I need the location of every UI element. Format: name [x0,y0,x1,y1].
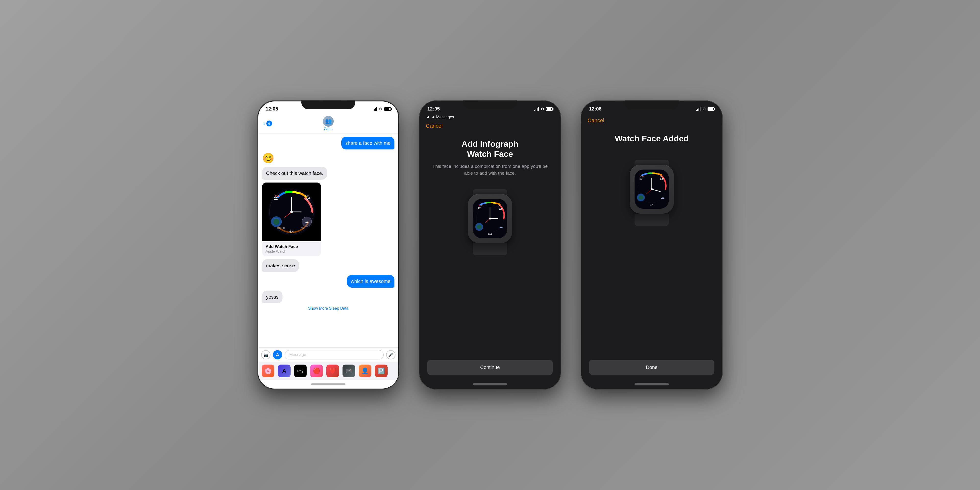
phone-1-screen: 12:05 ⊙ ‹ 9 [258,102,398,388]
status-time-1: 12:05 [266,106,278,112]
imessage-input[interactable]: iMessage [285,350,384,360]
dock-icon-appstore[interactable]: A [278,364,291,377]
home-bar-2 [473,383,507,385]
phone-3-frame: 12:06 ⊙ Cancel [581,100,723,390]
status-bar-2: 12:05 ⊙ [420,102,560,115]
status-time-3: 12:06 [589,106,601,112]
back-button-1[interactable]: ‹ 9 [263,120,272,127]
contact-name: Zac › [324,127,333,131]
svg-text:6.4: 6.4 [488,233,492,236]
add-watch-face-subtitle: This face includes a complication from o… [430,163,550,177]
svg-point-14 [290,211,293,213]
show-more-text[interactable]: Show More Sleep Data [262,306,395,311]
back-arrow-icon: ◄ [426,115,430,119]
app-dock: 🌸 A Pay 🔴 ❤️ 🎮 👤 🅿️ [258,362,398,380]
home-bar-3 [635,383,669,385]
watch-card-info: Add Watch Face Apple Watch [262,241,321,256]
contact-info[interactable]: 👥 Zac › [323,116,334,131]
svg-text:☁: ☁ [305,220,309,224]
svg-text:TUE: TUE [479,205,483,207]
watch-face-svg: ☁ TUE 22 64° 72° [267,188,316,236]
dock-icon-photos[interactable]: 🌸 [262,364,274,377]
home-indicator-1 [258,380,398,388]
dock-icon-applepay[interactable]: Pay [294,364,307,377]
input-bar: 📷 A iMessage 🎤 [258,347,398,362]
home-indicator-3 [582,380,722,388]
watch-face-added-title: Watch Face Added [615,134,689,143]
dock-icon-podcast[interactable]: 🔴 [310,364,323,377]
svg-text:☁: ☁ [660,195,665,200]
appstore-icon[interactable]: A [273,350,282,360]
continue-button[interactable]: Continue [427,360,553,375]
svg-text:22: 22 [478,207,481,210]
wifi-icon-1: ⊙ [379,107,382,111]
svg-text:19: 19 [640,177,643,180]
phone-1-frame: 12:05 ⊙ ‹ 9 [257,100,399,390]
dock-icon-user[interactable]: 👤 [359,364,371,377]
svg-text:72°: 72° [305,197,310,201]
phone-2-screen: 12:05 ⊙ ◄ ◄ Messages [420,102,560,388]
watch-body-3: ☁ FRI 19 61° 68° [630,165,674,214]
watch-band-bottom-2 [473,243,507,255]
svg-point-4 [274,219,279,225]
svg-text:UV↑: UV↑ [301,227,305,229]
watch-card-title: Add Watch Face [266,244,318,249]
dock-icon-heart[interactable]: ❤️ [326,364,339,377]
signal-icon-3 [696,107,700,111]
status-icons-3: ⊙ [696,107,714,111]
svg-point-23 [477,225,482,229]
emoji-1: 😊 [262,153,274,164]
message-received-3: yesss [262,291,283,303]
dark-content-3: Watch Face Added [582,126,722,355]
status-bar-1: 12:05 ⊙ [258,102,398,115]
dark-nav-3: Cancel [582,115,722,126]
watch-screen-2: ☁ TUE 22 64° 72° [473,199,507,238]
chevron-icon: › [331,127,333,131]
signal-icon-1 [373,107,377,111]
dock-icon-game[interactable]: 🎮 [342,364,355,377]
done-button[interactable]: Done [589,360,714,375]
dock-icon-extra[interactable]: 🅿️ [375,364,388,377]
watch-body-2: ☁ TUE 22 64° 72° [468,194,512,243]
message-sent-1: share a face with me [341,137,395,150]
watch-face-card[interactable]: ☁ TUE 22 64° 72° [262,183,321,256]
watch-illustration-2: ☁ TUE 22 64° 72° [463,189,517,255]
svg-text:☁: ☁ [499,224,503,229]
cancel-button-3[interactable]: Cancel [587,117,604,124]
battery-icon-2 [546,107,553,111]
svg-text:22: 22 [274,196,278,200]
dark-content-2: Add Infograph Watch Face This face inclu… [420,132,560,355]
audio-icon[interactable]: 🎤 [386,350,395,360]
messages-back-label: ◄ Messages [431,115,454,119]
home-bar-1 [311,383,345,385]
wifi-icon-3: ⊙ [702,107,706,111]
svg-point-47 [651,188,653,190]
watch-card-subtitle: Apple Watch [266,249,318,253]
watch-band-bottom-3 [635,214,669,226]
svg-text:·30·12: ·30·12 [280,227,285,229]
add-watch-face-title: Add Infograph Watch Face [461,139,519,159]
svg-point-38 [638,196,643,199]
signal-icon-2 [535,107,539,111]
wifi-icon-2: ⊙ [541,107,544,111]
watch-face-added-screen: 12:06 ⊙ Cancel [582,102,722,388]
status-icons-1: ⊙ [373,107,391,111]
back-badge: 9 [266,121,272,126]
camera-icon[interactable]: 📷 [261,350,270,360]
svg-text:61°: 61° [660,175,663,177]
watch-illustration-3: ☁ FRI 19 61° 68° [625,160,679,226]
add-watch-face-screen: 12:05 ⊙ ◄ ◄ Messages [420,102,560,388]
messages-back-nav: ◄ ◄ Messages [420,115,560,120]
contact-avatar: 👥 [323,116,334,127]
phone-2-frame: 12:05 ⊙ ◄ ◄ Messages [419,100,561,390]
cancel-button-2[interactable]: Cancel [426,123,442,129]
svg-text:6.4: 6.4 [290,230,294,234]
messages-area: share a face with me 😊 Check out this wa… [258,134,398,347]
status-time-2: 12:05 [427,106,440,112]
svg-point-32 [489,218,491,220]
svg-text:72°: 72° [499,207,503,210]
battery-icon-1 [384,107,391,111]
message-received-2: makes sense [262,259,299,272]
battery-icon-3 [708,107,714,111]
imessage-screen: 12:05 ⊙ ‹ 9 [258,102,398,388]
